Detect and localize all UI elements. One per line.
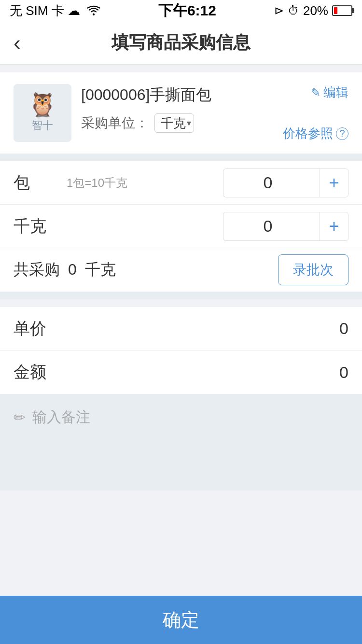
summary-unit: 千克: [85, 261, 116, 278]
section-divider-1: [0, 154, 362, 161]
back-button[interactable]: ‹: [14, 31, 21, 55]
kg-input-wrapper: +: [223, 212, 348, 241]
wifi-icon: [87, 5, 100, 16]
status-right: ⊳ ⏱ 20%: [274, 3, 352, 18]
kg-input-row: 千克 +: [0, 205, 362, 248]
amount-value: 0: [339, 363, 348, 382]
kg-quantity-input[interactable]: [223, 212, 320, 241]
unit-select[interactable]: 千克 包: [154, 113, 194, 133]
summary-row: 共采购 0 千克 录批次: [0, 248, 362, 292]
sim-label: 无 SIM 卡 ☁: [10, 2, 80, 19]
unit-price-value: 0: [339, 319, 348, 338]
alarm-icon: ⏱: [288, 4, 299, 17]
unit-price-row: 单价 0: [0, 307, 362, 350]
kg-label: 千克: [14, 215, 62, 238]
bag-sublabel: 1包=10千克: [67, 175, 127, 191]
pencil-icon: ✏: [14, 409, 26, 426]
bag-label: 包: [14, 172, 62, 194]
kg-plus-button[interactable]: +: [320, 212, 348, 241]
edit-button[interactable]: ✎ 编辑: [311, 84, 348, 101]
unit-select-wrapper[interactable]: 千克 包: [154, 113, 194, 133]
nav-bar: ‹ 填写商品采购信息: [0, 21, 362, 65]
unit-label: 采购单位：: [81, 114, 149, 132]
bag-plus-button[interactable]: +: [320, 168, 348, 197]
note-placeholder[interactable]: 输入备注: [32, 407, 90, 427]
location-icon: ⊳: [274, 4, 284, 17]
product-card: 🦉 智十 [0000006]手撕面包 采购单位： 千克 包 ✎ 编辑 价格参照 …: [0, 72, 362, 154]
price-section: 单价 0 金额 0: [0, 307, 362, 394]
amount-row: 金额 0: [0, 350, 362, 394]
brand-text: 智十: [28, 118, 57, 133]
summary-text: 共采购 0 千克: [14, 259, 116, 280]
edit-label: 编辑: [323, 84, 348, 101]
note-input-row[interactable]: ✏ 输入备注: [14, 407, 348, 427]
battery-percent: 20%: [303, 3, 328, 18]
battery-fill: [334, 7, 337, 14]
bag-input-row: 包 1包=10千克 +: [0, 161, 362, 205]
summary-amount: 0: [68, 261, 77, 278]
record-batch-button[interactable]: 录批次: [278, 254, 348, 285]
page-title: 填写商品采购信息: [111, 31, 251, 55]
price-ref-label: 价格参照: [283, 125, 333, 142]
section-divider-2: [0, 292, 362, 299]
price-ref-button[interactable]: 价格参照 ?: [283, 125, 348, 142]
status-bar: 无 SIM 卡 ☁ 下午6:12 ⊳ ⏱ 20%: [0, 0, 362, 21]
summary-prefix: 共采购: [14, 261, 60, 278]
bag-quantity-input[interactable]: [223, 168, 320, 197]
product-thumbnail: 🦉 智十: [14, 84, 71, 142]
status-time: 下午6:12: [158, 1, 216, 21]
svg-point-0: [93, 14, 95, 15]
price-ref-icon: ?: [336, 127, 348, 140]
amount-label: 金额: [14, 361, 46, 383]
confirm-button[interactable]: 确定: [0, 596, 362, 644]
unit-price-label: 单价: [14, 318, 46, 340]
battery-icon: [332, 5, 352, 16]
product-name: [0000006]手撕面包: [81, 84, 348, 106]
status-left: 无 SIM 卡 ☁: [10, 2, 100, 19]
bottom-padding: [0, 490, 362, 544]
owl-icon: 🦉: [28, 93, 57, 116]
note-section: ✏ 输入备注: [0, 394, 362, 490]
edit-icon: ✎: [311, 86, 320, 99]
input-section: 包 1包=10千克 + 千克 + 共采购 0 千克 录批次: [0, 161, 362, 292]
bag-input-wrapper: +: [223, 168, 348, 197]
